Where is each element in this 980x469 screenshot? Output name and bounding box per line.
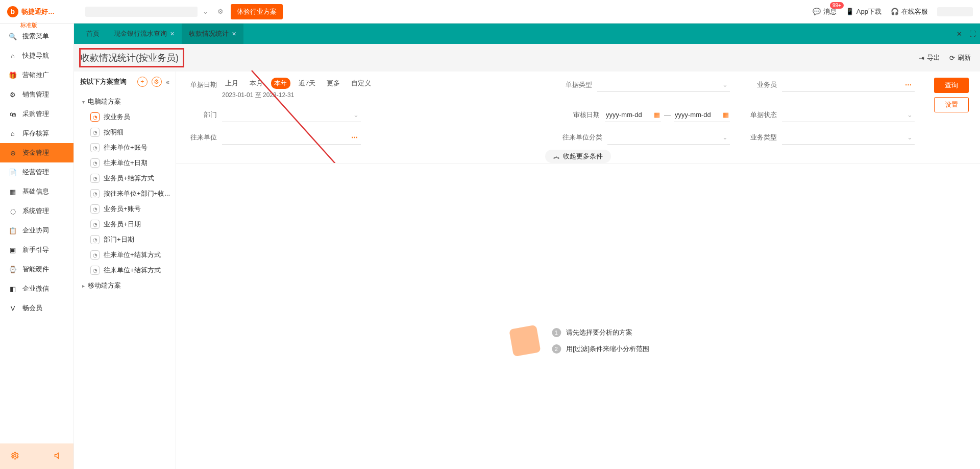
partner-cat-label: 往来单位分类 bbox=[561, 130, 602, 142]
export-button[interactable]: ⇥导出 bbox=[919, 53, 940, 62]
collapse-filters-button[interactable]: ︽ 收起更多条件 bbox=[545, 150, 611, 163]
org-selector[interactable] bbox=[85, 7, 198, 17]
partner-select[interactable]: ⋯ bbox=[222, 130, 361, 145]
sidebar-item[interactable]: 📄经营管理 bbox=[0, 162, 74, 182]
sidebar-item-label: 库存核算 bbox=[22, 129, 49, 138]
sidebar-item[interactable]: ⊕资金管理 bbox=[0, 143, 74, 162]
date-option[interactable]: 上月 bbox=[222, 78, 241, 89]
sidebar-item[interactable]: ◧企业微信 bbox=[0, 279, 74, 298]
sidebar-icon: 📋 bbox=[8, 226, 17, 235]
chat-icon: 💬 bbox=[813, 8, 821, 15]
scheme-item[interactable]: ◔按往来单位+部门+收... bbox=[74, 186, 176, 201]
audit-date-label: 审核日期 bbox=[568, 108, 600, 120]
chevron-down-icon: ⌄ bbox=[907, 111, 913, 119]
calendar-icon: ▦ bbox=[654, 111, 660, 119]
scheme-item-label: 往来单位+日期 bbox=[104, 158, 148, 168]
date-option[interactable]: 自定义 bbox=[348, 78, 374, 89]
step-number: 2 bbox=[552, 344, 561, 354]
scheme-item-icon: ◔ bbox=[90, 250, 100, 260]
sidebar-item[interactable]: ▦基础信息 bbox=[0, 182, 74, 201]
chevron-down-icon: ⌄ bbox=[907, 133, 913, 141]
refresh-button[interactable]: ⟳刷新 bbox=[949, 53, 971, 62]
support-link[interactable]: 🎧 在线客服 bbox=[891, 7, 928, 16]
more-icon: ⋯ bbox=[905, 81, 913, 88]
scheme-item[interactable]: ◔业务员+日期 bbox=[74, 217, 176, 232]
scheme-panel: 按以下方案查询 + ⚙ « ▾电脑端方案◔按业务员◔按明细◔往来单位+账号◔往来… bbox=[74, 72, 176, 469]
collapse-panel-icon[interactable]: « bbox=[166, 78, 169, 86]
settings-button[interactable]: 设置 bbox=[934, 97, 969, 112]
expand-icon[interactable]: ⛶ bbox=[969, 30, 976, 38]
biz-type-select[interactable]: ⌄ bbox=[782, 130, 915, 145]
scheme-item[interactable]: ◔业务员+账号 bbox=[74, 201, 176, 217]
sidebar-item[interactable]: ⚙销售管理 bbox=[0, 85, 74, 104]
date-option[interactable]: 本月 bbox=[247, 78, 266, 89]
sidebar-item[interactable]: ⌂快捷导航 bbox=[0, 46, 74, 65]
sidebar-item[interactable]: ▣新手引导 bbox=[0, 240, 74, 260]
tab-label: 现金银行流水查询 bbox=[114, 29, 167, 38]
scheme-item[interactable]: ◔往来单位+账号 bbox=[74, 140, 176, 155]
sidebar-icon: ◌ bbox=[8, 206, 17, 216]
scheme-group[interactable]: ▾电脑端方案 bbox=[74, 94, 176, 109]
scheme-item-label: 业务员+账号 bbox=[104, 204, 141, 214]
empty-illustration-icon bbox=[507, 323, 543, 359]
bill-type-label: 单据类型 bbox=[560, 78, 592, 89]
app-download-link[interactable]: 📱 App下载 bbox=[846, 7, 881, 16]
scheme-item[interactable]: ◔部门+日期 bbox=[74, 232, 176, 247]
sidebar-item[interactable]: ⌚智能硬件 bbox=[0, 260, 74, 279]
close-icon[interactable]: ✕ bbox=[170, 31, 175, 37]
user-menu[interactable] bbox=[937, 7, 973, 16]
gear-icon[interactable] bbox=[10, 451, 19, 462]
sidebar-icon: 🔍 bbox=[8, 32, 17, 41]
bill-type-select[interactable]: ⌄ bbox=[597, 78, 730, 92]
chevron-down-icon[interactable]: ⌄ bbox=[203, 8, 208, 15]
salesman-label: 业务员 bbox=[745, 78, 777, 89]
bill-status-select[interactable]: ⌄ bbox=[782, 108, 915, 122]
tab[interactable]: 首页 bbox=[79, 24, 107, 44]
scheme-item[interactable]: ◔往来单位+结算方式 bbox=[74, 247, 176, 263]
sidebar-item[interactable]: 🎁营销推广 bbox=[0, 65, 74, 85]
date-option[interactable]: 更多 bbox=[324, 78, 343, 89]
partner-label: 往来单位 bbox=[185, 130, 217, 142]
scheme-item[interactable]: ◔业务员+结算方式 bbox=[74, 171, 176, 186]
sidebar-item[interactable]: V畅会员 bbox=[0, 298, 74, 318]
scheme-group[interactable]: ▸移动端方案 bbox=[74, 278, 176, 293]
sidebar-item[interactable]: 🛍采购管理 bbox=[0, 104, 74, 124]
scheme-item[interactable]: ◔往来单位+日期 bbox=[74, 155, 176, 171]
scheme-group-label: 移动端方案 bbox=[88, 281, 121, 290]
tab[interactable]: 收款情况统计✕ bbox=[182, 24, 243, 44]
dept-select[interactable]: ⌄ bbox=[222, 108, 361, 122]
sidebar-item[interactable]: ⌂库存核算 bbox=[0, 124, 74, 143]
headset-icon: 🎧 bbox=[891, 8, 899, 15]
close-icon[interactable]: ✕ bbox=[232, 31, 236, 37]
scheme-item[interactable]: ◔往来单位+结算方式 bbox=[74, 263, 176, 278]
scheme-item-label: 往来单位+结算方式 bbox=[104, 250, 161, 260]
date-option[interactable]: 本年 bbox=[271, 78, 290, 89]
sidebar-icon: V bbox=[8, 303, 17, 313]
speaker-icon[interactable] bbox=[54, 451, 63, 462]
sidebar-item[interactable]: 🔍搜索菜单 bbox=[0, 27, 74, 46]
partner-cat-select[interactable]: ⌄ bbox=[607, 130, 730, 145]
audit-date-from[interactable]: yyyy-mm-dd▦ bbox=[605, 108, 661, 122]
audit-date-to[interactable]: yyyy-mm-dd▦ bbox=[674, 108, 730, 122]
brand-text: 畅捷通好… bbox=[21, 7, 55, 16]
sidebar-item-label: 经营管理 bbox=[22, 168, 49, 177]
scheme-item-icon: ◔ bbox=[90, 204, 100, 214]
close-all-icon[interactable]: ✕ bbox=[957, 30, 962, 38]
sidebar-item[interactable]: ◌系统管理 bbox=[0, 201, 74, 221]
query-button[interactable]: 查询 bbox=[934, 78, 969, 93]
scheme-item-icon: ◔ bbox=[90, 235, 100, 244]
salesman-select[interactable]: ⋯ bbox=[782, 78, 915, 92]
date-option[interactable]: 近7天 bbox=[296, 78, 318, 89]
sidebar-item[interactable]: 📋企业协同 bbox=[0, 221, 74, 240]
caret-icon: ▸ bbox=[82, 283, 85, 289]
messages-link[interactable]: 💬 消息 99+ bbox=[813, 7, 837, 16]
scheme-settings-button[interactable]: ⚙ bbox=[152, 77, 162, 87]
gear-icon[interactable]: ⚙ bbox=[217, 8, 224, 15]
scheme-item[interactable]: ◔按明细 bbox=[74, 125, 176, 140]
scheme-item[interactable]: ◔按业务员 bbox=[74, 109, 176, 125]
tab[interactable]: 现金银行流水查询✕ bbox=[107, 24, 182, 44]
sidebar-icon: ▦ bbox=[8, 187, 17, 196]
scheme-item-label: 往来单位+结算方式 bbox=[104, 266, 161, 275]
add-scheme-button[interactable]: + bbox=[137, 77, 148, 87]
experience-button[interactable]: 体验行业方案 bbox=[231, 4, 283, 19]
